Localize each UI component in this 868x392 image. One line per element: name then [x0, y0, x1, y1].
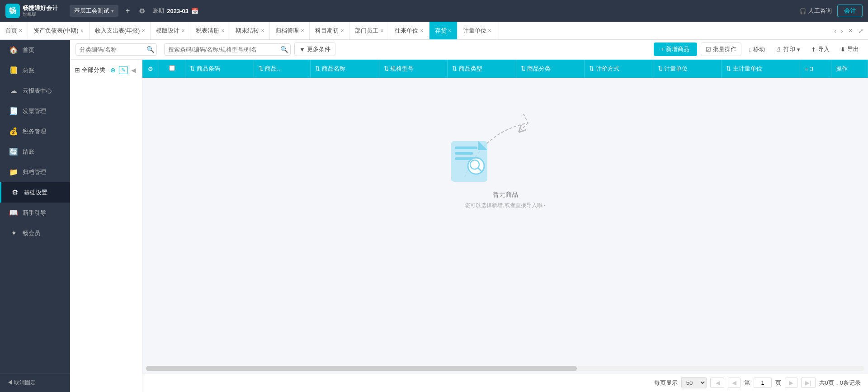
- category-add-button[interactable]: ⊕: [109, 66, 117, 74]
- last-page-button[interactable]: ▶|: [801, 378, 815, 388]
- headset-icon: 🎧: [799, 8, 807, 14]
- tab-contacts-close[interactable]: ×: [420, 28, 423, 34]
- tab-inventory-close[interactable]: ×: [448, 28, 452, 34]
- category-sidebar: ⊞ 全部分类 ⊕ ✎ ◀: [70, 60, 142, 392]
- table-col-code[interactable]: ⇅ 商品...: [254, 60, 310, 78]
- sidebar-item-tax[interactable]: 💰 税务管理: [0, 121, 70, 142]
- customer-service-button[interactable]: 🎧 人工咨询: [799, 7, 832, 15]
- empty-state: 暂无商品 您可以选择新增,或者直接导入哦~: [142, 78, 868, 227]
- tab-archive[interactable]: 归档管理 ×: [270, 22, 310, 40]
- export-button[interactable]: ⬇ 导出: [837, 43, 863, 56]
- cancel-fixed-button[interactable]: ◀ 取消固定: [7, 379, 63, 387]
- tab-balance-sheet[interactable]: 资产负债表(中期) ×: [28, 22, 90, 40]
- category-search-icon[interactable]: 🔍: [146, 46, 154, 53]
- grid-icon: ⊞: [75, 66, 80, 74]
- main-search-icon[interactable]: 🔍: [280, 46, 288, 53]
- tab-subject-init[interactable]: 科目期初 ×: [310, 22, 349, 40]
- tab-template[interactable]: 模版设计 ×: [151, 22, 190, 40]
- company-selector[interactable]: 基层工会测试 ▾: [70, 5, 118, 17]
- tab-unit-close[interactable]: ×: [488, 28, 491, 34]
- tab-subject-init-close[interactable]: ×: [340, 28, 344, 34]
- horizontal-scrollbar[interactable]: [146, 366, 864, 371]
- tab-home[interactable]: 首页 ×: [0, 22, 28, 40]
- category-edit-button[interactable]: ✎: [119, 66, 128, 74]
- tab-template-close[interactable]: ×: [181, 28, 184, 34]
- table-scroll-wrapper: ⚙ ⇅ 商品条码 ⇅ 商品... ⇅ 商品名称 ⇅ 规格型号 ⇅ 商品类型 ⇅ …: [142, 60, 868, 364]
- sidebar-item-home[interactable]: 🏠 首页: [0, 40, 70, 60]
- tab-next-button[interactable]: ›: [839, 26, 845, 35]
- prev-page-button[interactable]: ◀: [728, 378, 741, 388]
- sidebar-item-member[interactable]: ✦ 畅会员: [0, 223, 70, 243]
- tab-department-label: 部门员工: [355, 27, 378, 35]
- tab-tax[interactable]: 税表清册 ×: [190, 22, 230, 40]
- page-number-input[interactable]: [754, 378, 772, 388]
- table-col-unit[interactable]: ⇅ 计量单位: [653, 60, 722, 78]
- sidebar-item-close[interactable]: 🔄 结账: [0, 142, 70, 162]
- sidebar-item-guide[interactable]: 📖 新手引导: [0, 203, 70, 223]
- main-search-input[interactable]: [164, 43, 291, 56]
- tab-unit[interactable]: 计量单位 ×: [458, 22, 497, 40]
- tab-department-close[interactable]: ×: [380, 28, 383, 34]
- first-page-button[interactable]: |◀: [710, 378, 724, 388]
- tab-balance-sheet-close[interactable]: ×: [80, 28, 84, 34]
- tab-inventory-label: 存货: [435, 27, 447, 35]
- archive-icon: 📁: [9, 168, 18, 176]
- tab-prev-button[interactable]: ‹: [832, 26, 838, 35]
- scroll-thumb[interactable]: [146, 366, 577, 371]
- sidebar-item-reports[interactable]: ☁ 云报表中心: [0, 80, 70, 101]
- print-button[interactable]: 🖨 打印 ▾: [772, 43, 804, 56]
- top-action-bar: 🔍 🔍 ▼ 更多条件 + 新增商品 ☑ 批量操作: [70, 40, 868, 60]
- tab-inventory[interactable]: 存货 ×: [429, 22, 458, 40]
- print-label: 打印: [783, 45, 795, 53]
- table-col-category[interactable]: ⇅ 商品分类: [516, 60, 585, 78]
- category-search-input[interactable]: [75, 43, 157, 56]
- table-col-name[interactable]: ⇅ 商品名称: [311, 60, 379, 78]
- sidebar-item-settings[interactable]: ⚙ 基础设置: [0, 182, 70, 203]
- table-col-extra[interactable]: ≡ 3: [800, 60, 831, 78]
- sidebar-item-invoice[interactable]: 🧾 发票管理: [0, 101, 70, 121]
- table-col-main-unit[interactable]: ⇅ 主计量单位: [722, 60, 800, 78]
- next-page-button[interactable]: ▶: [785, 378, 797, 388]
- tab-close-all-button[interactable]: ×: [846, 26, 855, 36]
- new-product-button[interactable]: + 新增商品: [654, 43, 697, 56]
- tab-contacts[interactable]: 往来单位 ×: [389, 22, 429, 40]
- sort-icon: ⇅: [521, 65, 526, 72]
- table-col-price-method[interactable]: ⇅ 计价方式: [585, 60, 653, 78]
- tab-period-close-x[interactable]: ×: [261, 28, 264, 34]
- table-area: ⚙ ⇅ 商品条码 ⇅ 商品... ⇅ 商品名称 ⇅ 规格型号 ⇅ 商品类型 ⇅ …: [142, 60, 868, 392]
- sidebar-item-archive[interactable]: 📁 归档管理: [0, 162, 70, 182]
- svg-rect-2: [455, 152, 473, 155]
- tab-archive-close[interactable]: ×: [301, 28, 304, 34]
- calendar-icon[interactable]: 📅: [191, 8, 198, 14]
- import-button[interactable]: ⬆ 导入: [807, 43, 833, 56]
- tab-period-close[interactable]: 期末结转 ×: [230, 22, 270, 40]
- category-collapse-button[interactable]: ◀: [130, 66, 137, 74]
- sidebar-item-ledger[interactable]: 📒 总账: [0, 60, 70, 80]
- select-all-checkbox[interactable]: [169, 65, 175, 71]
- table-col-settings[interactable]: ⚙: [142, 60, 159, 78]
- per-page-select[interactable]: 10 20 50 100: [681, 377, 707, 388]
- table-col-checkbox[interactable]: [159, 60, 185, 78]
- empty-illustration: [438, 105, 573, 186]
- add-tab-button[interactable]: +: [124, 7, 132, 15]
- tab-income-statement-close[interactable]: ×: [142, 28, 145, 34]
- sort-icon: ⇅: [259, 65, 264, 72]
- tab-tax-close[interactable]: ×: [221, 28, 224, 34]
- tab-home-close[interactable]: ×: [19, 28, 22, 34]
- tab-income-statement-label: 收入支出表(年报): [95, 27, 140, 35]
- tab-income-statement[interactable]: 收入支出表(年报) ×: [90, 22, 151, 40]
- batch-operation-button[interactable]: ☑ 批量操作: [701, 43, 741, 56]
- settings-button[interactable]: ⚙: [137, 7, 147, 15]
- table-col-barcode[interactable]: ⇅ 商品条码: [185, 60, 254, 78]
- cancel-fixed-label: ◀ 取消固定: [7, 379, 36, 387]
- tab-department[interactable]: 部门员工 ×: [349, 22, 389, 40]
- table-col-spec[interactable]: ⇅ 规格型号: [379, 60, 448, 78]
- tab-expand-button[interactable]: ⤢: [856, 26, 865, 35]
- table-col-type[interactable]: ⇅ 商品类型: [448, 60, 516, 78]
- export-icon: ⬇: [840, 46, 845, 53]
- tab-subject-init-label: 科目期初: [315, 27, 339, 35]
- move-label: 移动: [753, 45, 765, 53]
- more-filter-button[interactable]: ▼ 更多条件: [294, 43, 335, 56]
- move-button[interactable]: ↕ 移动: [745, 43, 769, 56]
- account-button[interactable]: 会计: [837, 5, 863, 17]
